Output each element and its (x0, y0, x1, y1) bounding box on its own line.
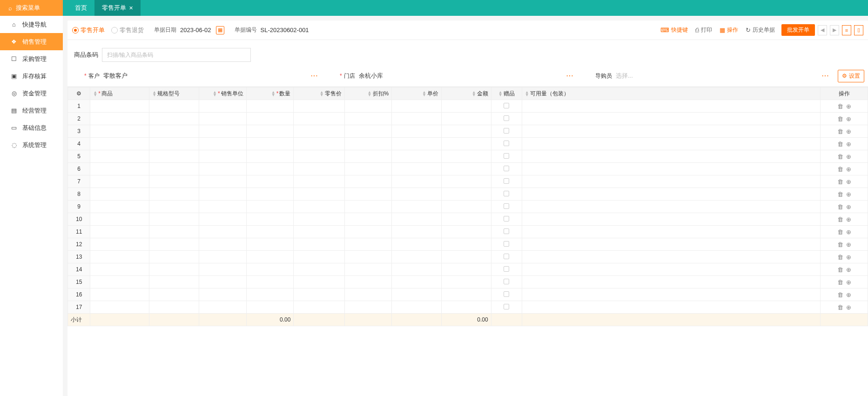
table-row[interactable]: 2🗑⊕ (68, 113, 868, 125)
add-row-icon[interactable]: ⊕ (846, 279, 851, 286)
checkbox-icon[interactable] (504, 115, 509, 121)
cell-gift[interactable] (491, 138, 522, 150)
cell-gift[interactable] (491, 150, 522, 163)
radio-retail-open[interactable]: 零售开单 (72, 26, 105, 34)
cell-spec[interactable] (149, 113, 199, 125)
cell-amount[interactable] (441, 263, 491, 276)
operate-button[interactable]: ▦ 操作 (720, 26, 738, 34)
table-row[interactable]: 10🗑⊕ (68, 213, 868, 226)
cell-spec[interactable] (149, 263, 199, 276)
add-row-icon[interactable]: ⊕ (846, 115, 851, 122)
cell-unit[interactable] (199, 100, 247, 113)
tab-0[interactable]: 首页 (67, 0, 94, 16)
cell-unit[interactable] (199, 125, 247, 138)
cell-spec[interactable] (149, 125, 199, 138)
cell-available[interactable] (522, 226, 821, 238)
cell-spec[interactable] (149, 238, 199, 251)
add-row-icon[interactable]: ⊕ (846, 291, 851, 298)
cell-unit[interactable] (199, 251, 247, 263)
cell-available[interactable] (522, 276, 821, 289)
table-row[interactable]: 8🗑⊕ (68, 188, 868, 201)
th-retail[interactable]: ▲▼零售价 (294, 87, 344, 100)
th-qty[interactable]: ▲▼*数量 (246, 87, 294, 100)
th-amount[interactable]: ▲▼金额 (441, 87, 491, 100)
th-available[interactable]: ▲▼可用量（包装） (522, 87, 821, 100)
cell-unit[interactable] (199, 276, 247, 289)
cell-disc[interactable] (344, 289, 392, 301)
cell-amount[interactable] (441, 163, 491, 175)
table-row[interactable]: 4🗑⊕ (68, 138, 868, 150)
cell-price[interactable] (392, 289, 442, 301)
checkbox-icon[interactable] (504, 178, 509, 184)
add-row-icon[interactable]: ⊕ (846, 241, 851, 248)
checkbox-icon[interactable] (504, 304, 509, 309)
cell-price[interactable] (392, 125, 442, 138)
cell-qty[interactable] (246, 213, 294, 226)
cell-spec[interactable] (149, 138, 199, 150)
cell-product[interactable] (90, 289, 149, 301)
checkbox-icon[interactable] (504, 166, 509, 171)
cell-qty[interactable] (246, 226, 294, 238)
cell-spec[interactable] (149, 201, 199, 213)
cell-unit[interactable] (199, 263, 247, 276)
cell-gift[interactable] (491, 289, 522, 301)
delete-icon[interactable]: 🗑 (837, 153, 843, 160)
cell-qty[interactable] (246, 138, 294, 150)
cell-qty[interactable] (246, 113, 294, 125)
cell-disc[interactable] (344, 175, 392, 188)
cell-price[interactable] (392, 100, 442, 113)
cell-gift[interactable] (491, 201, 522, 213)
cell-available[interactable] (522, 113, 821, 125)
add-row-icon[interactable]: ⊕ (846, 216, 851, 223)
add-row-icon[interactable]: ⊕ (846, 203, 851, 210)
cell-available[interactable] (522, 188, 821, 201)
cell-disc[interactable] (344, 301, 392, 314)
cell-available[interactable] (522, 125, 821, 138)
table-row[interactable]: 15🗑⊕ (68, 276, 868, 289)
cell-price[interactable] (392, 263, 442, 276)
cell-qty[interactable] (246, 276, 294, 289)
cell-retail[interactable] (294, 226, 344, 238)
delete-icon[interactable]: 🗑 (837, 203, 843, 210)
cell-product[interactable] (90, 138, 149, 150)
cell-unit[interactable] (199, 238, 247, 251)
cell-unit[interactable] (199, 289, 247, 301)
cell-retail[interactable] (294, 175, 344, 188)
prev-doc-button[interactable]: ◀ (818, 25, 827, 35)
cell-product[interactable] (90, 125, 149, 138)
settings-button[interactable]: ⚙ 设置 (838, 70, 864, 82)
cell-disc[interactable] (344, 251, 392, 263)
barcode-input[interactable] (102, 48, 251, 62)
table-row[interactable]: 9🗑⊕ (68, 201, 868, 213)
checkbox-icon[interactable] (504, 128, 509, 134)
tab-1[interactable]: 零售开单✕ (94, 0, 141, 16)
cell-gift[interactable] (491, 125, 522, 138)
cell-qty[interactable] (246, 150, 294, 163)
add-row-icon[interactable]: ⊕ (846, 191, 851, 198)
cell-product[interactable] (90, 163, 149, 175)
doc-date-value[interactable]: 2023-06-02 (180, 27, 211, 34)
menu-item-4[interactable]: ◎资金管理 (0, 85, 63, 102)
cell-unit[interactable] (199, 301, 247, 314)
table-row[interactable]: 16🗑⊕ (68, 289, 868, 301)
calendar-icon[interactable]: ▦ (216, 26, 224, 34)
cell-price[interactable] (392, 276, 442, 289)
cell-gift[interactable] (491, 251, 522, 263)
th-price[interactable]: ▲▼单价 (392, 87, 442, 100)
cell-available[interactable] (522, 301, 821, 314)
th-spec[interactable]: ▲▼规格型号 (149, 87, 199, 100)
cell-product[interactable] (90, 113, 149, 125)
cell-disc[interactable] (344, 125, 392, 138)
dots-icon[interactable]: ··· (822, 73, 829, 79)
add-row-icon[interactable]: ⊕ (846, 141, 851, 148)
cell-retail[interactable] (294, 113, 344, 125)
add-row-icon[interactable]: ⊕ (846, 153, 851, 160)
dots-icon[interactable]: ··· (311, 73, 318, 79)
cell-disc[interactable] (344, 113, 392, 125)
cell-available[interactable] (522, 201, 821, 213)
cell-amount[interactable] (441, 251, 491, 263)
th-gift[interactable]: ▲▼赠品 (491, 87, 522, 100)
checkbox-icon[interactable] (504, 203, 509, 209)
add-row-icon[interactable]: ⊕ (846, 166, 851, 173)
add-row-icon[interactable]: ⊕ (846, 266, 851, 273)
